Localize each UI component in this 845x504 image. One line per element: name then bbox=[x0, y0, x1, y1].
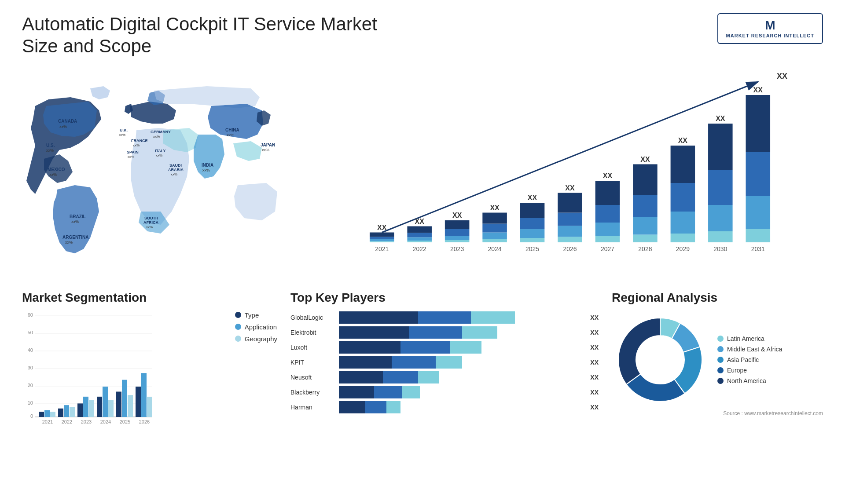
player-row: BlackberryXX bbox=[290, 386, 599, 398]
donut-wrap: Latin AmericaMiddle East & AfricaAsia Pa… bbox=[612, 311, 823, 408]
svg-rect-126 bbox=[108, 400, 114, 416]
svg-rect-127 bbox=[116, 391, 121, 417]
svg-rect-58 bbox=[520, 238, 545, 242]
svg-text:AFRICA: AFRICA bbox=[143, 220, 158, 225]
svg-rect-124 bbox=[97, 397, 102, 417]
svg-rect-117 bbox=[50, 412, 55, 417]
player-xx-label: XX bbox=[590, 374, 599, 381]
svg-rect-131 bbox=[141, 373, 147, 417]
donut-legend-item: Middle East & Africa bbox=[717, 346, 782, 353]
svg-text:2029: 2029 bbox=[676, 245, 690, 252]
svg-text:xx%: xx% bbox=[71, 219, 79, 224]
player-bar-segment bbox=[339, 386, 374, 398]
svg-text:XX: XX bbox=[452, 212, 462, 219]
player-row: LuxoftXX bbox=[290, 341, 599, 354]
svg-text:2026: 2026 bbox=[139, 419, 150, 424]
svg-rect-97 bbox=[746, 95, 771, 152]
svg-rect-115 bbox=[39, 412, 44, 417]
donut-legend-label: Asia Pacific bbox=[727, 356, 759, 363]
svg-text:20: 20 bbox=[28, 383, 33, 388]
svg-text:10: 10 bbox=[28, 400, 33, 405]
legend-geography: Geography bbox=[235, 335, 277, 343]
donut-legend-label: Europe bbox=[727, 367, 747, 374]
player-bar-segment bbox=[418, 371, 439, 383]
player-bar-segment bbox=[383, 371, 418, 383]
svg-rect-94 bbox=[746, 229, 771, 242]
svg-text:xx%: xx% bbox=[202, 168, 210, 172]
svg-text:40: 40 bbox=[28, 347, 33, 353]
players-section: Top Key Players GlobalLogicXXElektrobitX… bbox=[290, 286, 599, 432]
player-bar bbox=[339, 356, 583, 369]
svg-rect-123 bbox=[89, 400, 94, 416]
player-name: Neusoft bbox=[290, 374, 334, 381]
svg-text:30: 30 bbox=[28, 365, 33, 370]
svg-text:2023: 2023 bbox=[450, 245, 464, 252]
bar-chart-section: XX2021XX2022XX2023XX2024XX2025XX2026XX20… bbox=[326, 66, 823, 278]
player-bar-segment bbox=[339, 311, 418, 324]
player-bar-segment bbox=[339, 326, 409, 339]
player-bar-inner bbox=[339, 356, 583, 369]
svg-text:CHINA: CHINA bbox=[225, 128, 239, 132]
player-row: HarmanXX bbox=[290, 401, 599, 413]
player-bar-segment bbox=[471, 311, 515, 324]
svg-text:xx%: xx% bbox=[133, 143, 140, 147]
svg-text:xx%: xx% bbox=[46, 148, 54, 153]
player-bar-segment bbox=[436, 356, 462, 369]
svg-text:2022: 2022 bbox=[62, 419, 72, 424]
player-row: ElektrobitXX bbox=[290, 326, 599, 339]
svg-text:SAUDI: SAUDI bbox=[169, 163, 182, 168]
svg-text:2021: 2021 bbox=[375, 245, 389, 252]
svg-text:xx%: xx% bbox=[156, 153, 162, 157]
svg-rect-132 bbox=[147, 397, 152, 417]
donut-legend-label: Latin America bbox=[727, 335, 764, 342]
player-xx-label: XX bbox=[590, 389, 599, 396]
svg-rect-120 bbox=[70, 407, 75, 417]
map-svg: CANADA xx% U.S. xx% MEXICO xx% BRAZIL xx… bbox=[22, 66, 308, 273]
player-xx-label: XX bbox=[590, 329, 599, 336]
map-section: CANADA xx% U.S. xx% MEXICO xx% BRAZIL xx… bbox=[22, 66, 308, 278]
svg-rect-43 bbox=[407, 226, 432, 233]
donut-legend-item: Asia Pacific bbox=[717, 356, 782, 363]
svg-rect-35 bbox=[370, 239, 394, 241]
player-row: KPITXX bbox=[290, 356, 599, 369]
legend-app-dot bbox=[235, 324, 241, 330]
svg-rect-52 bbox=[482, 239, 507, 242]
svg-text:XX: XX bbox=[640, 155, 650, 163]
svg-rect-84 bbox=[671, 183, 695, 212]
svg-text:2030: 2030 bbox=[713, 245, 727, 252]
player-bar bbox=[339, 401, 583, 413]
regional-section: Regional Analysis Latin AmericaMiddle Ea… bbox=[612, 286, 823, 432]
player-bar-inner bbox=[339, 371, 583, 383]
svg-rect-37 bbox=[370, 232, 394, 237]
players-title: Top Key Players bbox=[290, 291, 599, 305]
svg-rect-90 bbox=[708, 170, 733, 205]
player-name: KPIT bbox=[290, 359, 334, 366]
svg-rect-96 bbox=[746, 152, 771, 196]
logo-text: MARKET RESEARCH INTELLECT bbox=[726, 33, 814, 39]
svg-text:xx%: xx% bbox=[146, 225, 153, 229]
world-map: CANADA xx% U.S. xx% MEXICO xx% BRAZIL xx… bbox=[22, 66, 308, 273]
svg-text:2025: 2025 bbox=[525, 245, 539, 252]
svg-rect-89 bbox=[708, 205, 733, 231]
player-bar-segment bbox=[339, 371, 383, 383]
svg-rect-85 bbox=[671, 146, 695, 183]
svg-text:xx%: xx% bbox=[262, 148, 269, 152]
regional-title: Regional Analysis bbox=[612, 291, 823, 305]
svg-rect-77 bbox=[633, 217, 658, 234]
page-title: Automatic Digital Cockpit IT Service Mar… bbox=[22, 13, 418, 58]
svg-rect-79 bbox=[633, 164, 658, 195]
player-bar-segment bbox=[418, 311, 471, 324]
donut-dot bbox=[717, 378, 724, 384]
svg-rect-88 bbox=[708, 231, 733, 242]
player-bar-segment bbox=[409, 326, 462, 339]
player-bar-segment bbox=[374, 386, 402, 398]
svg-text:XX: XX bbox=[528, 194, 537, 201]
player-bar-segment bbox=[402, 386, 420, 398]
player-bar-segment bbox=[462, 326, 497, 339]
svg-rect-125 bbox=[103, 387, 108, 417]
svg-rect-55 bbox=[482, 212, 507, 223]
svg-text:MEXICO: MEXICO bbox=[48, 167, 65, 172]
player-name: GlobalLogic bbox=[290, 314, 334, 321]
svg-rect-48 bbox=[445, 229, 470, 236]
svg-rect-42 bbox=[407, 233, 432, 237]
